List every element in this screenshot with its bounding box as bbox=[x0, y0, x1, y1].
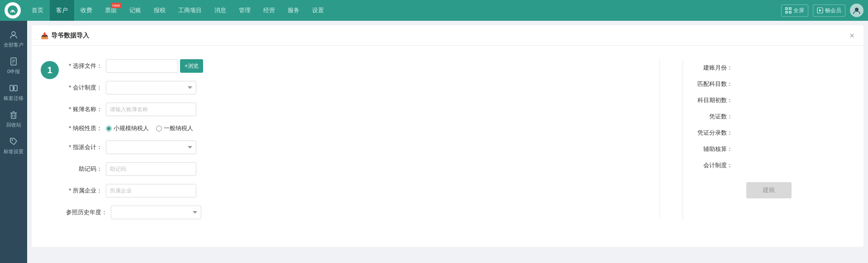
right-accounting-system-label: 会计制度： bbox=[692, 161, 733, 169]
ledger-name-input[interactable] bbox=[106, 103, 196, 116]
close-button[interactable]: × bbox=[849, 32, 854, 40]
accountant-row: * 指派会计： bbox=[66, 141, 637, 154]
voucher-row: 凭证数： bbox=[692, 113, 845, 121]
build-month-label: 建账月份： bbox=[692, 64, 733, 72]
accounting-system-row: * 会计制度： bbox=[66, 81, 637, 94]
fullscreen-icon bbox=[785, 7, 792, 14]
tax-type-label: * 纳税性质： bbox=[66, 124, 102, 132]
sidebar: 全部客户 0申报 账套迁移 bbox=[0, 21, 27, 263]
sidebar-item-recycle-bin[interactable]: 回收站 bbox=[0, 105, 27, 132]
general-taxpayer-option[interactable]: 一般纳税人 bbox=[156, 124, 193, 132]
form-body: 1 * 选择文件： +浏览 * 会计制度： bbox=[32, 46, 863, 228]
company-row: * 所属企业： bbox=[66, 184, 637, 197]
accounting-system-label: * 会计制度： bbox=[66, 84, 102, 92]
company-input[interactable] bbox=[106, 184, 196, 197]
nav-item-messages[interactable]: 消息 bbox=[208, 0, 232, 21]
nav-item-commerce[interactable]: 工商项目 bbox=[172, 0, 208, 21]
match-subjects-row: 匹配科目数： bbox=[692, 80, 845, 88]
svg-point-1 bbox=[12, 11, 14, 13]
transfer-icon bbox=[9, 83, 19, 93]
voucher-entries-row: 凭证分录数： bbox=[692, 129, 845, 137]
step-badge: 1 bbox=[41, 61, 59, 79]
history-year-select[interactable] bbox=[111, 206, 201, 219]
nav-item-fees[interactable]: 收费 bbox=[74, 0, 99, 21]
tax-type-group: 小规模纳税人 一般纳税人 bbox=[106, 124, 193, 132]
app-logo bbox=[5, 2, 21, 19]
general-taxpayer-radio[interactable] bbox=[156, 126, 162, 132]
step-section: 1 * 选择文件： +浏览 * 会计制度： bbox=[41, 59, 637, 219]
voucher-entries-label: 凭证分录数： bbox=[692, 129, 733, 137]
voucher-label: 凭证数： bbox=[692, 113, 733, 121]
new-badge: new bbox=[111, 3, 121, 8]
memo-input[interactable] bbox=[106, 162, 196, 176]
file-icon bbox=[9, 56, 19, 66]
nav-item-home[interactable]: 首页 bbox=[25, 0, 50, 21]
build-month-row: 建账月份： bbox=[692, 64, 845, 72]
svg-rect-5 bbox=[789, 11, 791, 13]
svg-point-8 bbox=[855, 8, 859, 11]
tag-icon bbox=[9, 136, 19, 146]
nav-item-operations[interactable]: 经营 bbox=[257, 0, 281, 21]
import-panel: 📥 导爷数据导入 × 1 * 选择文件： +浏 bbox=[32, 25, 863, 247]
sidebar-item-account-migration[interactable]: 账套迁移 bbox=[0, 79, 27, 105]
nav-item-tax[interactable]: 报税 bbox=[147, 0, 172, 21]
subjects-initial-row: 科目期初数： bbox=[692, 96, 845, 104]
ledger-name-label: * 账簿名称： bbox=[66, 105, 102, 113]
panel-header: 📥 导爷数据导入 × bbox=[32, 25, 863, 46]
file-input-group: +浏览 bbox=[106, 59, 203, 73]
top-navigation: 首页 客户 收费 票据 new 记账 报税 工商项目 消息 管理 经营 服务 设… bbox=[0, 0, 868, 21]
right-accounting-system-row: 会计制度： bbox=[692, 161, 845, 169]
divider bbox=[659, 59, 660, 219]
main-layout: 全部客户 0申报 账套迁移 bbox=[0, 21, 868, 263]
sidebar-item-all-customers[interactable]: 全部客户 bbox=[0, 25, 27, 52]
nav-item-customers[interactable]: 客户 bbox=[50, 0, 74, 21]
svg-marker-7 bbox=[819, 9, 821, 12]
nav-item-bookkeeping[interactable]: 记账 bbox=[123, 0, 147, 21]
build-account-button[interactable]: 建账 bbox=[746, 182, 792, 198]
fullscreen-button[interactable]: 全屏 bbox=[781, 5, 808, 17]
user-icon bbox=[9, 30, 19, 40]
content-area: 📥 导爷数据导入 × 1 * 选择文件： +浏 bbox=[27, 21, 868, 263]
aux-accounting-row: 辅助核算： bbox=[692, 145, 845, 153]
history-year-row: 参照历史年度： bbox=[66, 206, 637, 219]
form-fields: * 选择文件： +浏览 * 会计制度： bbox=[66, 59, 637, 219]
svg-rect-14 bbox=[10, 85, 13, 91]
svg-rect-16 bbox=[11, 113, 16, 118]
sidebar-item-zero-filing[interactable]: 0申报 bbox=[0, 52, 27, 79]
small-taxpayer-radio[interactable] bbox=[106, 126, 112, 132]
ledger-name-row: * 账簿名称： bbox=[66, 103, 637, 116]
file-row: * 选择文件： +浏览 bbox=[66, 59, 637, 73]
nav-item-settings[interactable]: 设置 bbox=[306, 0, 330, 21]
svg-rect-2 bbox=[786, 8, 787, 9]
company-label: * 所属企业： bbox=[66, 187, 102, 195]
aux-accounting-label: 辅助核算： bbox=[692, 145, 733, 153]
user-avatar[interactable] bbox=[850, 4, 863, 17]
tax-type-row: * 纳税性质： 小规模纳税人 一般纳税人 bbox=[66, 124, 637, 132]
svg-point-9 bbox=[12, 32, 15, 35]
svg-rect-3 bbox=[789, 8, 791, 9]
member-button[interactable]: 畅会员 bbox=[813, 5, 845, 17]
history-year-label: 参照历史年度： bbox=[66, 208, 107, 216]
sidebar-item-tag-settings[interactable]: 标签设置 bbox=[0, 132, 27, 159]
svg-rect-4 bbox=[786, 11, 787, 13]
accounting-system-select[interactable] bbox=[106, 81, 196, 94]
file-input[interactable] bbox=[106, 59, 178, 73]
subjects-initial-label: 科目期初数： bbox=[692, 96, 733, 104]
nav-right: 全屏 畅会员 bbox=[781, 4, 863, 17]
nav-item-manage[interactable]: 管理 bbox=[232, 0, 257, 21]
browse-button[interactable]: +浏览 bbox=[180, 59, 203, 73]
panel-title: 📥 导爷数据导入 bbox=[41, 32, 89, 40]
svg-point-21 bbox=[12, 140, 13, 141]
right-info-panel: 建账月份： 匹配科目数： 科目期初数： 凭证数： bbox=[683, 59, 854, 219]
nav-item-services[interactable]: 服务 bbox=[281, 0, 306, 21]
avatar-icon bbox=[853, 6, 861, 14]
nav-item-bills[interactable]: 票据 new bbox=[99, 0, 123, 21]
file-label: * 选择文件： bbox=[66, 62, 102, 70]
memo-row: 助记码： bbox=[66, 162, 637, 176]
small-taxpayer-option[interactable]: 小规模纳税人 bbox=[106, 124, 149, 132]
accountant-label: * 指派会计： bbox=[66, 143, 102, 151]
match-subjects-label: 匹配科目数： bbox=[692, 80, 733, 88]
memo-label: 助记码： bbox=[66, 165, 102, 173]
accountant-select[interactable] bbox=[106, 141, 196, 154]
play-icon bbox=[817, 7, 823, 14]
